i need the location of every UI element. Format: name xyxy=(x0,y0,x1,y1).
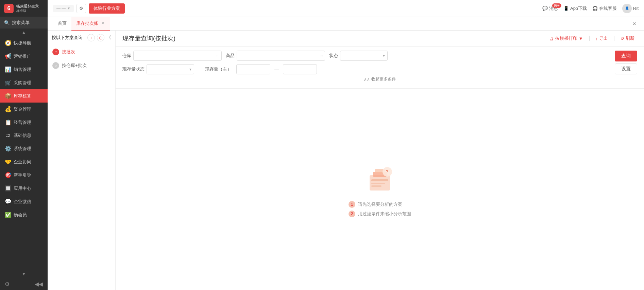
page-header-actions: 🖨 按模板打印 ▼ ↑ 导出 ↺ 刷新 xyxy=(547,34,637,43)
settings-icon[interactable]: ⚙ xyxy=(5,281,10,287)
filter-item-by-batch[interactable]: ⊙ 按批次 xyxy=(48,45,115,59)
sidebar-item-finance[interactable]: 💰 资金管理 xyxy=(0,103,48,116)
filter-panel-header: 按以下方案查询 + ⊙ 《 xyxy=(48,31,115,45)
online-service-button[interactable]: 🎧 在线客服 xyxy=(592,5,617,12)
logo-text: 畅康通好生意 标准版 xyxy=(16,4,39,13)
sidebar-scroll-down[interactable]: ▼ xyxy=(0,270,48,278)
product-input-container: ··· xyxy=(237,51,325,61)
set-button[interactable]: 设置 xyxy=(615,64,637,74)
stock-status-label: 现存量状态 xyxy=(122,66,145,72)
app-download-button[interactable]: 📱 App下载 xyxy=(563,5,587,12)
warehouse-input[interactable] xyxy=(133,51,222,61)
add-filter-button[interactable]: + xyxy=(87,34,95,41)
stock-qty-to-input[interactable] xyxy=(283,64,317,74)
stock-qty-label: 现存量（主） xyxy=(205,66,232,72)
refresh-button[interactable]: ↺ 刷新 xyxy=(618,34,637,43)
filter-field-status: 状态 ▼ xyxy=(329,51,388,61)
filter-item-by-warehouse-batch[interactable]: ○ 按仓库+批次 xyxy=(48,59,115,72)
tab-home[interactable]: 首页 xyxy=(53,17,71,31)
breadcrumb-text: — — xyxy=(56,6,66,11)
nav-icon-new-guide: 🎯 xyxy=(5,172,11,178)
product-input[interactable] xyxy=(237,51,325,61)
nav-icon-operations: 📋 xyxy=(5,119,11,126)
content-area: 现存量查询(按批次) 🖨 按模板打印 ▼ ↑ 导出 ↺ 刷 xyxy=(116,31,644,290)
user-avatar: 👤 xyxy=(622,4,632,13)
warehouse-label: 仓库 xyxy=(122,53,131,59)
filter-row-2: 现存量状态 ▼ 现存量（主） xyxy=(122,64,611,74)
filter-icon-by-batch: ⊙ xyxy=(52,49,59,55)
filter-field-product: 商品 ··· xyxy=(226,51,325,61)
status-select[interactable] xyxy=(340,51,388,61)
sidebar-bottom: ⚙ ◀◀ xyxy=(0,278,48,290)
breadcrumb[interactable]: — — ▼ xyxy=(53,5,74,12)
sidebar-item-sales[interactable]: 📊 销售管理 xyxy=(0,63,48,76)
query-button[interactable]: 查询 xyxy=(615,51,637,61)
sidebar-item-basics[interactable]: 🗂 基础信息 xyxy=(0,129,48,142)
gear-button[interactable]: ⚙ xyxy=(77,4,86,13)
sidebar-item-enterprise-collab[interactable]: 🤝 企业协同 xyxy=(0,155,48,168)
svg-rect-3 xyxy=(371,179,388,181)
filter-settings-icon[interactable]: ⊙ xyxy=(97,34,104,41)
message-button[interactable]: 💬 消息 99+ xyxy=(542,5,558,12)
svg-rect-4 xyxy=(371,183,385,184)
sidebar-item-system[interactable]: ⚙️ 系统管理 xyxy=(0,142,48,155)
sidebar-item-marketing[interactable]: 📢 营销推广 xyxy=(0,50,48,63)
sidebar-logo: 6 畅康通好生意 标准版 xyxy=(0,0,48,17)
print-button[interactable]: 🖨 按模板打印 ▼ xyxy=(547,34,586,43)
product-more-icon[interactable]: ··· xyxy=(320,53,323,58)
collapse-sidebar-icon[interactable]: ◀◀ xyxy=(35,281,43,287)
user-menu[interactable]: 👤 Rit xyxy=(622,4,639,13)
svg-rect-5 xyxy=(371,185,382,187)
tab-inventory-batch[interactable]: 库存批次账 ✕ xyxy=(71,17,110,31)
nav-icon-app-center: 🔲 xyxy=(5,185,11,192)
stock-qty-dash: — xyxy=(274,67,279,72)
sidebar-item-enterprise-wechat[interactable]: 💬 企业微信 xyxy=(0,195,48,208)
breadcrumb-arrow: ▼ xyxy=(67,6,70,10)
filter-panel: 按以下方案查询 + ⊙ 《 ⊙ 按批次 ○ 按仓库+批次 xyxy=(48,31,116,290)
refresh-icon: ↺ xyxy=(621,36,624,41)
filter-panel-actions: + ⊙ 《 xyxy=(87,34,111,41)
header-divider-1 xyxy=(589,36,590,41)
search-icon: 🔍 xyxy=(4,20,10,25)
export-icon: ↑ xyxy=(596,36,598,41)
nav-icon-member: ✅ xyxy=(5,212,11,218)
filter-field-stock-status: 现存量状态 ▼ xyxy=(122,64,194,74)
filter-row-1: 仓库 ··· 商品 ··· xyxy=(122,51,611,61)
nav-icon-purchase: 🛒 xyxy=(5,79,11,86)
close-tab-button[interactable]: ✕ xyxy=(630,20,639,28)
sidebar-scroll-up[interactable]: ▲ xyxy=(0,29,48,36)
print-icon: 🖨 xyxy=(549,36,554,41)
warehouse-more-icon[interactable]: ··· xyxy=(216,53,220,58)
sidebar-item-member[interactable]: ✅ 畅会员 xyxy=(0,208,48,221)
sidebar-item-purchase[interactable]: 🛒 采购管理 xyxy=(0,76,48,89)
sidebar-item-app-center[interactable]: 🔲 应用中心 xyxy=(0,182,48,195)
collapse-filters-button[interactable]: ∧∧ 收起更多条件 xyxy=(122,74,637,84)
stock-status-select[interactable] xyxy=(147,64,194,74)
sidebar-item-operations[interactable]: 📋 经营管理 xyxy=(0,116,48,129)
sidebar-search[interactable]: 🔍 搜索菜单 xyxy=(0,17,48,29)
logo-icon: 6 xyxy=(4,4,14,13)
sidebar-item-inventory[interactable]: 📦 库存核算 xyxy=(0,89,48,103)
page-content: 按以下方案查询 + ⊙ 《 ⊙ 按批次 ○ 按仓库+批次 现存量查询(按批次) xyxy=(48,31,644,290)
stock-status-select-container: ▼ xyxy=(147,64,194,74)
tab-close-panel: ✕ xyxy=(630,20,639,28)
sidebar-item-new-guide[interactable]: 🎯 新手引导 xyxy=(0,168,48,182)
nav-icon-sales: 📊 xyxy=(5,66,11,73)
status-select-container: ▼ xyxy=(340,51,388,61)
sidebar-item-quick-nav[interactable]: 🧭 快捷导航 xyxy=(0,36,48,50)
tab-close-icon[interactable]: ✕ xyxy=(100,21,105,26)
empty-step-1: 1 请先选择要分析的方案 xyxy=(349,201,411,208)
nav-icon-inventory: 📦 xyxy=(5,93,11,99)
status-label: 状态 xyxy=(329,53,338,59)
message-badge: 99+ xyxy=(552,3,561,8)
experience-button[interactable]: 体验行业方案 xyxy=(89,3,125,14)
empty-state: ? 1 请先选择要分析的方案 2 用过滤条件来缩小分析范围 xyxy=(116,89,644,290)
nav-icon-quick-nav: 🧭 xyxy=(5,40,11,46)
filter-panel-collapse-icon[interactable]: 《 xyxy=(106,35,111,41)
export-button[interactable]: ↑ 导出 xyxy=(593,34,611,43)
topbar: — — ▼ ⚙ 体验行业方案 💬 消息 99+ 📱 App下载 🎧 在线客服 xyxy=(48,0,644,17)
filter-icon-by-warehouse-batch: ○ xyxy=(52,62,59,69)
stock-qty-from-input[interactable] xyxy=(236,64,270,74)
sidebar-nav: 🧭 快捷导航 📢 营销推广 📊 销售管理 🛒 采购管理 📦 库存核算 💰 资金管… xyxy=(0,36,48,270)
nav-icon-marketing: 📢 xyxy=(5,53,11,59)
